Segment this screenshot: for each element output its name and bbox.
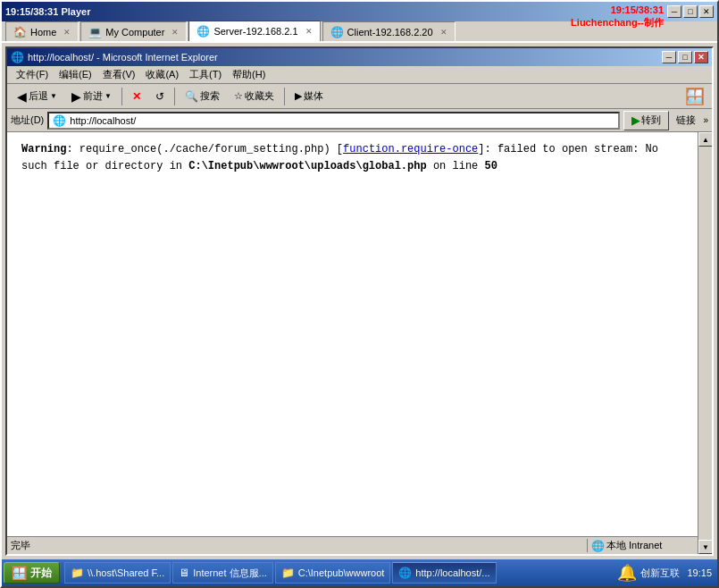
- address-expand-icon[interactable]: »: [703, 115, 708, 125]
- tab-server-label: Server-192.168.2.1: [213, 26, 297, 37]
- tab-mycomputer-label: My Computer: [105, 27, 164, 38]
- tab-mycomputer-close[interactable]: ✕: [171, 28, 179, 37]
- back-icon: ◀: [17, 89, 27, 104]
- warning-bold-prefix: Warning: [21, 143, 66, 155]
- menu-help[interactable]: 帮助(H): [227, 66, 271, 83]
- player-title-text: 19:15/38:31 Player: [5, 6, 90, 17]
- taskbar-item-iis[interactable]: 🖥 Internet 信息服...: [172, 562, 273, 584]
- address-value: http://localhost/: [70, 115, 136, 126]
- search-button[interactable]: 🔍 搜索: [179, 87, 226, 106]
- taskbar-item-browser[interactable]: 🌐 http://localhost/...: [392, 562, 496, 584]
- player-maximize-button[interactable]: □: [683, 5, 698, 18]
- tab-server-close[interactable]: ✕: [305, 27, 313, 36]
- tab-home-close[interactable]: ✕: [63, 28, 71, 37]
- ie-window-controls: ─ □ ✕: [662, 51, 708, 63]
- media-icon: ▶: [295, 90, 302, 102]
- client-tab-icon: 🌐: [330, 26, 344, 38]
- server-tab-icon: 🌐: [196, 25, 210, 38]
- back-label: 后退: [29, 89, 48, 103]
- address-globe-icon: 🌐: [53, 114, 66, 127]
- ie-maximize-button[interactable]: □: [678, 51, 692, 63]
- warning-path: C:\Inetpub\wwwroot\uploads\global.php: [188, 160, 426, 172]
- player-title: 19:15/38:31 Player: [5, 6, 90, 17]
- right-scrollbar: ▲ ▼: [698, 132, 712, 554]
- tab-mycomputer[interactable]: 💻 My Computer ✕: [80, 21, 187, 41]
- tab-home[interactable]: 🏠 Home ✕: [5, 21, 79, 41]
- start-icon: 🪟: [12, 566, 27, 580]
- ie-title: 🌐 http://localhost/ - Microsoft Internet…: [11, 51, 218, 63]
- zone-label: 本地 Intranet: [606, 539, 662, 552]
- ie-close-button[interactable]: ✕: [694, 51, 708, 63]
- home-icon: 🏠: [13, 26, 27, 38]
- menu-file[interactable]: 文件(F): [11, 66, 54, 83]
- browser-icon: 🌐: [398, 567, 412, 579]
- menu-view[interactable]: 查看(V): [97, 66, 141, 83]
- taskbar-browser-label: http://localhost/...: [415, 567, 489, 578]
- start-button[interactable]: 🪟 开始: [4, 562, 60, 584]
- tab-client[interactable]: 🌐 Client-192.168.2.20 ✕: [322, 21, 456, 41]
- taskbar-separator: [62, 563, 63, 583]
- ie-main: Warning: require_once(./cache/forum_sett…: [7, 132, 698, 554]
- media-button[interactable]: ▶ 媒体: [288, 87, 330, 106]
- toolbar-separator-1: [121, 88, 122, 105]
- shared-folder-icon: 📁: [71, 567, 84, 579]
- forward-label: 前进: [83, 89, 103, 103]
- menu-favorites[interactable]: 收藏(A): [140, 66, 184, 83]
- ie-toolbar: ◀ 后退 ▼ ▶ 前进 ▼ ✕ ↺ 🔍: [7, 84, 712, 109]
- time-line2: Liuchenchang--制作: [571, 16, 664, 29]
- zone-icon: 🌐: [591, 540, 605, 552]
- windows-logo: 🪟: [685, 87, 705, 106]
- refresh-button[interactable]: ↺: [149, 87, 171, 106]
- stop-icon: ✕: [132, 90, 141, 103]
- back-button[interactable]: ◀ 后退 ▼: [11, 87, 63, 106]
- start-label: 开始: [30, 566, 52, 581]
- taskbar-inetpub-label: C:\Inetpub\wwwroot: [298, 567, 385, 578]
- favorites-label: 收藏夹: [245, 89, 274, 103]
- links-button[interactable]: 链接: [673, 113, 699, 127]
- taskbar-iis-label: Internet 信息服...: [193, 567, 267, 580]
- forward-button[interactable]: ▶ 前进 ▼: [65, 87, 118, 106]
- go-button[interactable]: ▶ 转到: [623, 111, 669, 130]
- refresh-icon: ↺: [155, 90, 164, 103]
- go-arrow-icon: ▶: [631, 114, 640, 127]
- scroll-track[interactable]: [698, 147, 712, 540]
- favorites-button[interactable]: ☆ 收藏夹: [228, 87, 280, 106]
- tray-time: 19:15: [687, 567, 712, 578]
- address-input[interactable]: 🌐 http://localhost/: [47, 112, 620, 130]
- iis-icon: 🖥: [179, 567, 189, 579]
- inetpub-icon: 📁: [281, 567, 295, 579]
- player-minimize-button[interactable]: ─: [667, 5, 681, 18]
- player-close-button[interactable]: ✕: [699, 5, 714, 18]
- warning-linenum: 50: [485, 160, 497, 172]
- ie-body: Warning: require_once(./cache/forum_sett…: [7, 132, 712, 554]
- player-inner: 🌐 http://localhost/ - Microsoft Internet…: [2, 43, 717, 559]
- tab-server[interactable]: 🌐 Server-192.168.2.1 ✕: [188, 21, 320, 41]
- ie-minimize-button[interactable]: ─: [662, 51, 676, 63]
- media-label: 媒体: [304, 89, 323, 103]
- stop-button[interactable]: ✕: [126, 87, 147, 106]
- player-window: 19:15/38:31 Player ─ □ ✕ 19:15/38:31 Liu…: [0, 0, 719, 588]
- tab-home-label: Home: [30, 27, 56, 38]
- tray-label: 创新互联: [640, 567, 680, 580]
- taskbar-item-inetpub[interactable]: 📁 C:\Inetpub\wwwroot: [275, 562, 391, 584]
- back-dropdown-icon: ▼: [50, 92, 57, 100]
- tab-client-close[interactable]: ✕: [440, 28, 447, 37]
- search-label: 搜索: [200, 89, 220, 103]
- menu-tools[interactable]: 工具(T): [184, 66, 227, 83]
- favorites-icon: ☆: [234, 90, 243, 102]
- ie-content: Warning: require_once(./cache/forum_sett…: [7, 132, 698, 536]
- taskbar: 🪟 开始 📁 \\.host\Shared F... 🖥 Internet 信息…: [2, 559, 717, 586]
- status-zone: 🌐 本地 Intranet: [587, 539, 694, 552]
- warning-link[interactable]: function.require-once: [343, 143, 478, 155]
- go-label: 转到: [641, 113, 661, 127]
- ie-addressbar: 地址(D) 🌐 http://localhost/ ▶ 转到 链接 »: [7, 109, 712, 132]
- ie-statusbar: 完毕 🌐 本地 Intranet: [7, 536, 698, 554]
- player-window-controls: ─ □ ✕: [667, 5, 714, 18]
- menu-edit[interactable]: 编辑(E): [54, 66, 97, 83]
- scroll-down-button[interactable]: ▼: [698, 540, 712, 554]
- scroll-up-button[interactable]: ▲: [698, 132, 712, 147]
- taskbar-shared-label: \\.host\Shared F...: [88, 567, 164, 578]
- warning-online: on line: [427, 160, 485, 172]
- ie-window: 🌐 http://localhost/ - Microsoft Internet…: [5, 46, 714, 556]
- taskbar-item-shared[interactable]: 📁 \\.host\Shared F...: [64, 562, 171, 584]
